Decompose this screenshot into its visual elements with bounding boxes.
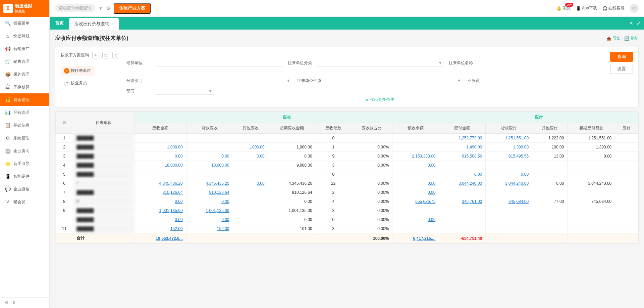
th-settings[interactable]: ⚙ [56,112,73,134]
sidebar-item-vip[interactable]: V 畅会员 [0,195,49,208]
filter-config-button[interactable]: ◎ [102,52,109,58]
footer-ar-advance-val[interactable]: 6,417,215.... [413,236,436,241]
table-cell[interactable]: 0.00 [233,179,268,188]
table-cell[interactable]: 1,252,773.00 [439,134,486,143]
table-cell[interactable]: 0.00 [135,197,186,206]
app-download-btn[interactable]: 📱 App下载 [576,5,597,11]
table-cell[interactable]: 0.00 [392,188,439,197]
sidebar-item-sales[interactable]: 🛒 销售管理 [0,55,49,68]
submenu-by-salesman[interactable]: ⏱ 按业务员 [61,78,90,88]
table-cell[interactable]: 1,490.00 [439,143,486,152]
sidebar-item-search[interactable]: 🔍 搜索菜单 [0,17,49,30]
table-cell[interactable]: 152.00 [135,224,186,233]
table-cell[interactable]: 345,761.00 [439,197,486,206]
dept-label: 分管部门 [126,78,153,84]
table-cell[interactable]: 0.00 [392,161,439,170]
table-cell[interactable]: 0.00 [186,152,233,161]
online-service-btn[interactable]: 🎧 在线客服 [602,5,625,11]
user-avatar[interactable]: Rit [630,4,639,13]
table-cell [233,188,268,197]
table-cell[interactable]: 2,153,333.00 [392,152,439,161]
sidebar-item-operations[interactable]: 📊 经营管理 [0,106,49,119]
settlement-unit-input[interactable]: ··· [155,59,282,67]
sidebar-item-inventory[interactable]: 🏛 库存核算 [0,81,49,93]
table-cell[interactable]: 3,044,240.00 [439,179,486,188]
unit-nature-input[interactable]: ▼ [326,77,463,84]
notifications-btn[interactable]: 🔔 消息 99+ [556,5,571,11]
settings-footer-icon[interactable]: ⚙ [5,300,9,305]
filter-collapse-btn[interactable]: « [112,52,119,58]
table-cell[interactable]: 0.00 [186,197,233,206]
table-cell: 0.00% [351,152,392,161]
sidebar-item-basicinfo[interactable]: 📋 基础信息 [0,119,49,132]
table-cell[interactable]: 655,636.75 [392,197,439,206]
submenu-by-partner[interactable]: ⚡ 按往来单位 [61,66,94,76]
footer-ar-count [316,233,351,244]
tab-active[interactable]: 应收应付余额查询 × [69,18,119,30]
table-cell[interactable]: 4,345,436.20 [186,179,233,188]
tab-expand-icon[interactable]: ⤢ [637,20,641,26]
table-cell[interactable]: 810,126.64 [186,188,233,197]
sidebar-item-purchase[interactable]: 📦 采购管理 [0,68,49,81]
table-row: 7██████810,126.64810,126.64810,126.6420.… [56,188,638,197]
table-cell[interactable]: 1,390.00 [486,143,532,152]
table-cell[interactable]: 0.00 [135,215,186,224]
table-cell[interactable]: 4,345,436.20 [135,179,186,188]
table-cell[interactable]: 1,001,135.00 [135,206,186,215]
settings-button[interactable]: 设置 [610,64,633,74]
unit-category-input[interactable]: ▼ [317,59,444,67]
table-cell [615,143,638,152]
table-cell[interactable]: 915,495.56 [486,152,532,161]
table-cell[interactable]: 810,126.64 [135,188,186,197]
table-cell[interactable]: 0.00 [233,152,268,161]
sidebar-item-wechat[interactable]: 💬 企业微信 [0,183,49,195]
topbar-dropdown-icon[interactable]: ▼ [99,6,103,11]
collapse-sidebar-icon[interactable]: ⏸ [12,300,16,305]
footer-ar-amount-val[interactable]: 19,553,472,6... [156,236,183,241]
table-row: 1██████01,252,773.001,251,551.001,222.00… [56,134,638,143]
table-cell[interactable]: 0.00 [392,179,439,188]
promo-button[interactable]: 体验行业方案 [114,3,151,14]
filter-field-salesman: 业务员 ··· [468,77,633,84]
table-cell[interactable]: 0.00 [392,215,439,224]
table-cell[interactable]: 1,251,551.00 [486,134,532,143]
sidebar-item-enterprise[interactable]: 🏢 企业协同 [0,144,49,157]
table-cell[interactable]: 915,508.56 [439,152,486,161]
query-button[interactable]: 查询 [610,52,633,62]
export-button[interactable]: 📤 导出 [606,36,621,41]
unit-name-input[interactable] [478,62,605,64]
sidebar-item-marketing[interactable]: 📢 营销推广 [0,42,49,55]
sidebar-item-system[interactable]: ⚙ 系统管理 [0,132,49,144]
table-cell [615,170,638,179]
table-cell[interactable]: 345,684.00 [486,197,532,206]
topbar-gear-icon[interactable]: ⚙ [106,5,110,11]
tab-home[interactable]: 首页 [50,17,69,30]
partner-cell: ██████ [73,161,135,170]
table-cell[interactable]: 0.00 [486,170,532,179]
tab-close-icon[interactable]: × [111,22,113,26]
table-cell[interactable]: 0.00 [186,215,233,224]
sidebar-item-guide[interactable]: 🌟 新手引导 [0,157,49,170]
filter-collapse-more[interactable]: ∧ 收起更多条件 [126,95,633,102]
table-settings-icon[interactable]: ⚙ [62,120,66,125]
sidebar-item-label: 快捷导航 [13,33,30,39]
partner-cell: ██████ [73,224,135,233]
dept-input[interactable]: ▼ [155,77,292,84]
table-cell[interactable]: 1,001,135.00 [186,206,233,215]
sidebar-item-smarthw[interactable]: 📱 智能硬件 [0,170,49,183]
salesman-input[interactable]: ··· [496,77,633,84]
table-cell[interactable]: 152.00 [186,224,233,233]
filter-add-button[interactable]: + [92,52,99,58]
sidebar-item-quicknav[interactable]: ⌂ 快捷导航 [0,30,49,42]
table-cell[interactable]: 3,044,240.00 [486,179,532,188]
table-cell[interactable]: 0.00 [135,152,186,161]
sidebar-item-capital[interactable]: 💰 资金管理 [0,93,49,106]
table-cell[interactable]: 1,000.00 [233,143,268,152]
dept2-input[interactable]: ▼ [155,88,214,95]
refresh-button[interactable]: 🔄 刷新 [624,36,639,41]
tab-min-icon[interactable]: ✕ [629,20,633,26]
table-cell[interactable]: 18,000.00 [135,161,186,170]
table-cell[interactable]: 1,000.00 [135,143,186,152]
table-cell[interactable]: 0.00 [439,170,486,179]
table-cell[interactable]: 18,000.00 [186,161,233,170]
